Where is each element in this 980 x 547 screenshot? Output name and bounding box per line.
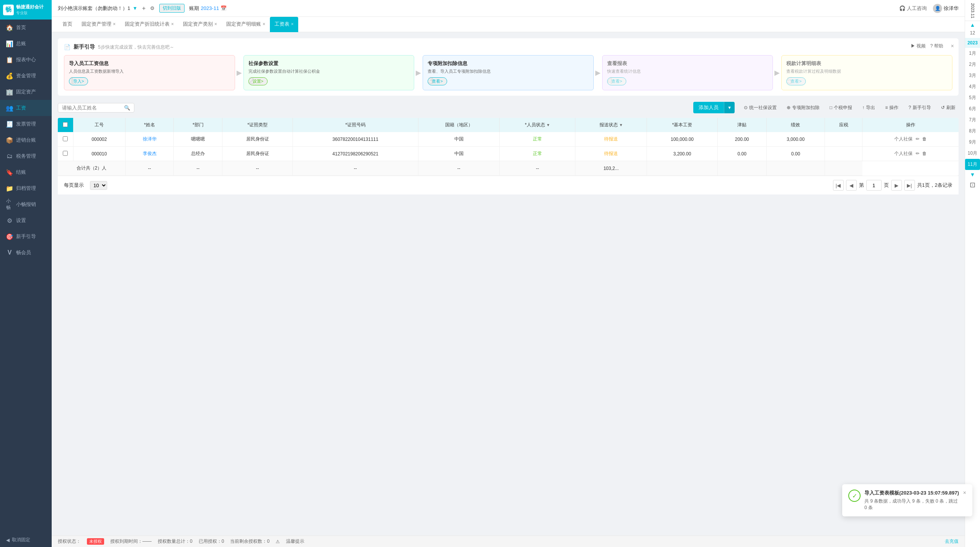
unfix-button[interactable]: ◀ 取消固定 (0, 533, 52, 547)
table-row: 000010 李俊杰 总经办 居民身份证 412702198206290521 … (58, 147, 959, 161)
summary-total: 103,2... (575, 161, 647, 176)
help-link[interactable]: ? 帮助 (930, 43, 943, 49)
sidebar-item-ledger[interactable]: 📊 总账 (0, 36, 52, 52)
guide-button[interactable]: ? 新手引导 (905, 103, 934, 113)
month-item-9[interactable]: 9月 (965, 137, 980, 148)
refresh-button[interactable]: ↺ 刷新 (938, 103, 959, 113)
month-item-3[interactable]: 3月 (965, 70, 980, 81)
sidebar-item-payroll[interactable]: 👥 工资 (0, 100, 52, 116)
tax-declaration-button[interactable]: □ 个税申报 (826, 103, 855, 113)
version-switch-button[interactable]: 切到旧版 (159, 4, 185, 13)
period-value[interactable]: 2023-11 (201, 5, 219, 11)
employee-name-2[interactable]: 李俊杰 (125, 147, 174, 161)
toast-close-button[interactable]: × (963, 490, 966, 496)
sidebar-item-expense[interactable]: 小畅 小畅报销 (0, 196, 52, 212)
guide-title: 📄 新手引导 5步快速完成设置，快去完善信息吧～ (64, 44, 952, 51)
row-select-checkbox[interactable] (63, 136, 68, 141)
tab-home[interactable]: 首页 (58, 17, 77, 32)
close-tab-icon[interactable]: × (291, 21, 294, 27)
report-filter-icon[interactable]: ▼ (619, 123, 623, 127)
sidebar-item-invoices[interactable]: 🧾 发票管理 (0, 116, 52, 132)
sidebar-item-home[interactable]: 🏠 首页 (0, 20, 52, 36)
close-tab-icon[interactable]: × (214, 21, 217, 27)
export-button[interactable]: ↑ 导出 (859, 103, 878, 113)
month-item-1[interactable]: 1月 (965, 48, 980, 59)
tab-asset-ledger[interactable]: 固定资产明细账 × (222, 17, 270, 32)
action-social-insurance-1[interactable]: 个人社保 (894, 136, 913, 142)
month-item-2[interactable]: 2月 (965, 59, 980, 70)
month-item-10[interactable]: 10月 (965, 148, 980, 159)
tab-asset-category[interactable]: 固定资产类别 × (178, 17, 222, 32)
ai-service-button[interactable]: 🎧 人工咨询 (899, 5, 927, 12)
sidebar-item-archive[interactable]: 📁 归档管理 (0, 180, 52, 196)
month-panel-scroll[interactable]: ⊡ (970, 181, 975, 189)
guide-close-button[interactable]: × (951, 43, 954, 49)
action-social-insurance-2[interactable]: 个人社保 (894, 151, 913, 156)
sidebar-item-close[interactable]: 🔖 结账 (0, 164, 52, 180)
step2-desc: 完成社保参数设置自动计算社保公积金 (248, 69, 410, 74)
select-all-checkbox[interactable] (63, 122, 68, 127)
recharge-link[interactable]: 去充值 (945, 538, 959, 545)
per-page-select[interactable]: 10 (90, 181, 107, 190)
status-filter-icon[interactable]: ▼ (546, 123, 550, 127)
sidebar-item-vip[interactable]: V 畅会员 (0, 245, 52, 261)
row-checkbox-1[interactable] (58, 132, 73, 147)
close-tab-icon[interactable]: × (113, 21, 116, 27)
calendar-icon[interactable]: 📅 (220, 5, 227, 11)
sidebar-item-inventory[interactable]: 📦 进销台账 (0, 132, 52, 148)
edit-icon-1[interactable]: ✏ (916, 136, 920, 142)
sidebar-item-assets[interactable]: 🏢 固定资产 (0, 84, 52, 100)
arrow-left-icon: ◀ (6, 537, 10, 543)
account-selector[interactable]: 刘小艳演示账套（勿删勿动！）1 ▼ (58, 5, 137, 12)
sidebar-item-tax[interactable]: 🗂 税务管理 (0, 148, 52, 164)
delete-icon-1[interactable]: 🗑 (922, 136, 927, 142)
tab-payroll[interactable]: 工资表 × (270, 17, 298, 32)
row-select-checkbox[interactable] (63, 151, 68, 156)
month-item-12[interactable]: 12 (965, 28, 980, 38)
settings-icon[interactable]: ⚙ (150, 5, 155, 11)
dropdown-icon[interactable]: ▼ (132, 5, 137, 11)
search-icon[interactable]: 🔍 (124, 105, 130, 111)
first-page-button[interactable]: |◀ (833, 180, 844, 191)
next-page-button[interactable]: ▶ (891, 180, 902, 191)
archive-icon: 📁 (6, 185, 13, 192)
user-menu[interactable]: 👤 徐泽华 (933, 4, 959, 13)
guide-step-2: 社保参数设置 完成社保参数设置自动计算社保公积金 设置> 2 (243, 55, 415, 90)
search-input[interactable] (62, 105, 122, 111)
add-employee-dropdown-button[interactable]: ▼ (724, 102, 735, 113)
nav-down-icon[interactable]: ▼ (970, 171, 975, 178)
more-actions-button[interactable]: ≡ 操作 (882, 103, 902, 113)
edit-icon-2[interactable]: ✏ (916, 151, 920, 156)
video-link[interactable]: ▶ 视频 (911, 43, 926, 49)
social-insurance-button[interactable]: ⊙ 统一社保设置 (741, 103, 780, 113)
sidebar-item-guide[interactable]: 🎯 新手引导 (0, 229, 52, 245)
tab-depreciation[interactable]: 固定资产折旧统计表 × (120, 17, 178, 32)
nav-up-icon[interactable]: ▲ (970, 22, 975, 28)
month-item-11[interactable]: 11月 (965, 159, 980, 170)
name-link-2[interactable]: 李俊杰 (143, 151, 157, 156)
name-link-1[interactable]: 徐泽华 (143, 136, 157, 142)
add-account-button[interactable]: + (142, 5, 145, 12)
add-employee-main-button[interactable]: 添加人员 (693, 102, 724, 113)
employee-action-1: 个人社保 ✏ 🗑 (862, 132, 959, 147)
sidebar-item-funds[interactable]: 💰 资金管理 (0, 68, 52, 84)
sidebar-item-label: 归档管理 (16, 185, 36, 192)
prev-page-button[interactable]: ◀ (846, 180, 857, 191)
month-item-6[interactable]: 6月 (965, 103, 980, 114)
close-tab-icon[interactable]: × (171, 21, 174, 27)
employee-allowance-1: 200.00 (717, 132, 766, 147)
delete-icon-2[interactable]: 🗑 (922, 151, 927, 156)
last-page-button[interactable]: ▶| (904, 180, 915, 191)
month-item-8[interactable]: 8月 (965, 126, 980, 137)
month-item-7[interactable]: 7月 (965, 114, 980, 126)
tab-fixed-assets[interactable]: 固定资产管理 × (77, 17, 120, 32)
month-item-4[interactable]: 4月 (965, 81, 980, 92)
page-number-input[interactable]: 1 (866, 180, 882, 191)
row-checkbox-2[interactable] (58, 147, 73, 161)
sidebar-item-settings[interactable]: ⚙ 设置 (0, 212, 52, 229)
close-tab-icon[interactable]: × (263, 21, 265, 27)
sidebar-item-reports[interactable]: 📋 报表中心 (0, 52, 52, 68)
month-item-5[interactable]: 5月 (965, 92, 980, 103)
employee-name-1[interactable]: 徐泽华 (125, 132, 174, 147)
special-deduction-button[interactable]: ⊕ 专项附加扣除 (784, 103, 823, 113)
